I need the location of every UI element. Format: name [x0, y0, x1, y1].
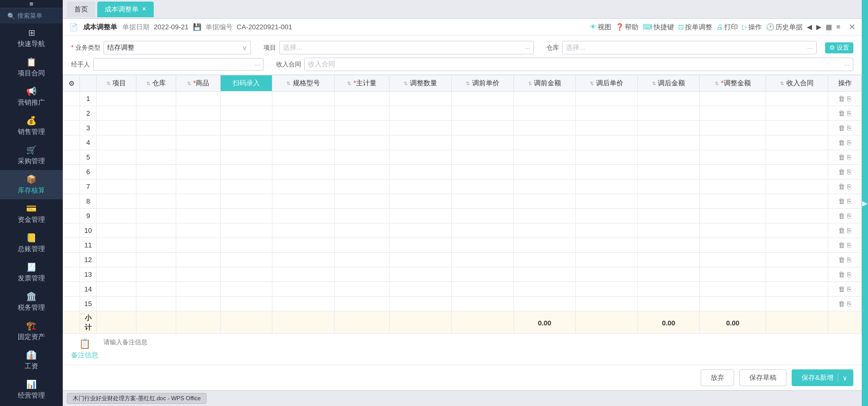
table-cell[interactable] [176, 92, 220, 106]
table-cell[interactable] [272, 179, 335, 194]
table-cell[interactable] [452, 282, 514, 297]
table-cell[interactable] [220, 136, 272, 150]
table-cell[interactable] [390, 136, 452, 150]
sidebar-item-inventory[interactable]: 📦 库存核算 [0, 170, 63, 199]
sidebar-item-payroll[interactable]: 👔 工资 [0, 346, 63, 375]
table-cell[interactable] [272, 106, 335, 121]
table-cell[interactable] [334, 223, 390, 238]
table-cell[interactable] [220, 165, 272, 179]
row-copy-icon[interactable]: ⎘ [847, 139, 851, 146]
table-cell[interactable] [513, 179, 576, 194]
table-cell[interactable] [513, 136, 576, 150]
sidebar-item-quick-nav[interactable]: ⊞ 快速导航 [0, 24, 63, 53]
row-copy-icon[interactable]: ⎘ [847, 241, 851, 249]
table-cell[interactable] [97, 194, 136, 209]
table-row[interactable]: 4🗑⎘ [63, 136, 862, 150]
sidebar-item-fixed-assets[interactable]: 🏗️ 固定资产 [0, 317, 63, 346]
table-cell[interactable] [766, 297, 828, 311]
table-cell[interactable] [97, 223, 136, 238]
table-cell[interactable] [513, 223, 576, 238]
row-copy-icon[interactable]: ⎘ [847, 300, 851, 308]
table-cell[interactable] [136, 179, 176, 194]
table-cell[interactable] [97, 121, 136, 136]
col-scan[interactable]: 扫码录入 [220, 75, 272, 92]
table-cell[interactable] [390, 194, 452, 209]
row-copy-icon[interactable]: ⎘ [847, 227, 851, 234]
table-cell[interactable] [637, 150, 700, 165]
row-delete-icon[interactable]: 🗑 [838, 300, 845, 308]
table-cell[interactable] [220, 209, 272, 223]
table-cell[interactable] [97, 92, 136, 106]
taskbar-wps-item[interactable]: 木门行业好业财处理方案-墨红红.doc - WPS Office [67, 393, 207, 404]
table-cell[interactable] [576, 106, 638, 121]
table-cell[interactable] [176, 209, 220, 223]
table-cell[interactable] [637, 106, 700, 121]
table-cell[interactable] [334, 106, 390, 121]
table-row[interactable]: 3🗑⎘ [63, 121, 862, 136]
table-cell[interactable] [766, 267, 828, 282]
table-cell[interactable] [700, 92, 766, 106]
biz-type-input[interactable]: 结存调整 ∨ [104, 41, 251, 54]
table-cell[interactable] [637, 238, 700, 253]
table-cell[interactable] [390, 297, 452, 311]
row-delete-icon[interactable]: 🗑 [838, 139, 845, 146]
table-cell[interactable] [576, 194, 638, 209]
table-cell[interactable] [334, 179, 390, 194]
table-cell[interactable] [272, 194, 335, 209]
warehouse-input[interactable]: 选择... ··· [562, 41, 817, 54]
table-cell[interactable] [334, 136, 390, 150]
table-cell[interactable] [97, 165, 136, 179]
table-cell[interactable] [766, 253, 828, 267]
table-cell[interactable] [136, 106, 176, 121]
table-cell[interactable] [700, 121, 766, 136]
table-cell[interactable] [766, 223, 828, 238]
col-settings[interactable]: ⚙ [63, 75, 80, 92]
table-cell[interactable] [452, 253, 514, 267]
table-cell[interactable] [637, 136, 700, 150]
table-cell[interactable] [452, 209, 514, 223]
table-cell[interactable] [390, 92, 452, 106]
handler-input[interactable]: ··· [93, 58, 264, 71]
table-cell[interactable] [334, 92, 390, 106]
table-cell[interactable] [452, 223, 514, 238]
table-row[interactable]: 12🗑⎘ [63, 253, 862, 267]
table-cell[interactable] [176, 267, 220, 282]
table-cell[interactable] [220, 106, 272, 121]
row-copy-icon[interactable]: ⎘ [847, 168, 851, 176]
row-delete-icon[interactable]: 🗑 [838, 109, 845, 117]
table-cell[interactable] [576, 223, 638, 238]
sidebar-item-tax[interactable]: 🏛️ 税务管理 [0, 287, 63, 317]
table-cell[interactable] [272, 150, 335, 165]
toolbar-print[interactable]: 🖨 打印 [716, 22, 738, 32]
sidebar-item-ops-mgmt[interactable]: 📊 经营管理 [0, 375, 63, 404]
table-cell[interactable] [334, 282, 390, 297]
row-delete-icon[interactable]: 🗑 [838, 153, 845, 161]
table-cell[interactable] [513, 238, 576, 253]
table-row[interactable]: 7🗑⎘ [63, 179, 862, 194]
table-cell[interactable] [700, 282, 766, 297]
table-cell[interactable] [766, 165, 828, 179]
table-cell[interactable] [220, 282, 272, 297]
table-cell[interactable] [700, 150, 766, 165]
table-cell[interactable] [637, 267, 700, 282]
table-row[interactable]: 6🗑⎘ [63, 165, 862, 179]
table-row[interactable]: 9🗑⎘ [63, 209, 862, 223]
table-cell[interactable] [452, 121, 514, 136]
table-cell[interactable] [513, 267, 576, 282]
table-cell[interactable] [334, 297, 390, 311]
table-cell[interactable] [272, 238, 335, 253]
table-row[interactable]: 1🗑⎘ [63, 92, 862, 106]
table-cell[interactable] [576, 297, 638, 311]
save-new-button[interactable]: 保存&新增 ∨ [792, 369, 853, 386]
sidebar-item-invoice[interactable]: 🧾 发票管理 [0, 258, 63, 287]
table-cell[interactable] [700, 136, 766, 150]
table-cell[interactable] [576, 209, 638, 223]
toolbar-grid-view[interactable]: ▦ [826, 23, 832, 31]
table-cell[interactable] [136, 267, 176, 282]
table-cell[interactable] [272, 92, 335, 106]
table-cell[interactable] [272, 136, 335, 150]
table-cell[interactable] [97, 150, 136, 165]
table-cell[interactable] [452, 136, 514, 150]
table-cell[interactable] [637, 121, 700, 136]
table-cell[interactable] [390, 106, 452, 121]
